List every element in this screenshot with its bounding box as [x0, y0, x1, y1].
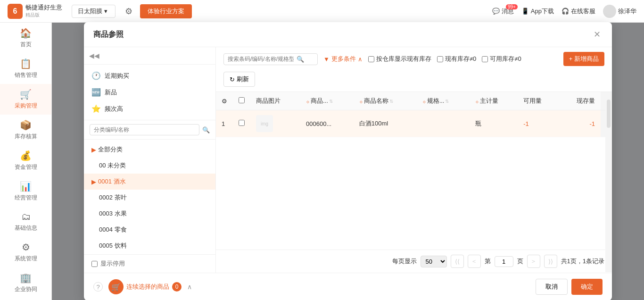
top-header: 6 畅捷通好生意 精品版 日太阳膜 ▾ ⚙ 体验行业方案 💬 消息 99+ 📱 … [0, 0, 644, 23]
more-filter-button[interactable]: ▼ 更多条件 ∧ [323, 55, 363, 63]
select-all-checkbox[interactable] [239, 97, 245, 103]
product-search-box: 🔍 [223, 53, 318, 65]
finance-icon: 💰 [20, 150, 32, 161]
available-ne0-checkbox-label[interactable]: 现有库存≠0 [437, 55, 476, 63]
sidebar-item-operation[interactable]: 📊 经营管理 [0, 176, 51, 207]
refresh-icon: ↻ [230, 76, 235, 83]
category-all[interactable]: ▶ 全部分类 [84, 142, 215, 158]
home-icon: 🏠 [20, 27, 32, 39]
filter-icon: ▼ [323, 56, 330, 63]
category-search-icon[interactable]: 🔍 [202, 126, 210, 133]
enterprise-icon: 🏢 [20, 272, 32, 283]
right-panel: 🔍 ▼ 更多条件 ∧ 按仓库显示现有库存 [216, 47, 612, 273]
warehouse-display-checkbox[interactable] [368, 56, 374, 62]
category-0004[interactable]: 0004 零食 [84, 222, 215, 238]
next-page-button[interactable]: ＞ [527, 255, 540, 268]
messages-btn[interactable]: 💬 消息 99+ [492, 7, 514, 16]
sidebar-item-sales[interactable]: 📋 销售管理 [0, 53, 51, 84]
sidebar-item-guide[interactable]: 🆕 新手引导 [0, 298, 51, 300]
cell-check[interactable] [233, 110, 250, 137]
user-profile[interactable]: 徐泽华 [603, 5, 636, 18]
table-row[interactable]: 1 img 000600... 白酒100ml 瓶 -1 [216, 110, 612, 137]
quick-nav-new[interactable]: 🆕 新品 [84, 84, 215, 100]
sidebar-item-purchase[interactable]: 🛒 采购管理 [0, 84, 51, 115]
vertical-scrollbar[interactable] [605, 98, 612, 250]
sort-name-arrows: ⇅ [389, 99, 393, 104]
collapse-left-panel-button[interactable]: ◀◀ [90, 52, 99, 59]
pagination: 每页显示 50 100 200 ⟨⟨ ＜ 第 页 ＞ ⟩⟩ 共1页，1 [216, 250, 612, 273]
modal-body: ◀◀ 🕐 近期购买 🆕 新品 ⭐ 频次高 [84, 47, 612, 273]
cell-no: 1 [216, 110, 233, 137]
category-0003[interactable]: 0003 水果 [84, 206, 215, 222]
footer-right: 取消 确定 [536, 279, 603, 295]
sidebar-item-home[interactable]: 🏠 首页 [0, 23, 51, 53]
product-thumbnail: img [256, 115, 273, 132]
warehouse-display-checkbox-label[interactable]: 按仓库显示现有库存 [368, 55, 431, 63]
category-search-input[interactable] [90, 124, 199, 135]
refresh-button[interactable]: ↻ 刷新 [223, 72, 255, 87]
experience-btn[interactable]: 体验行业方案 [140, 4, 192, 18]
prev-page-button[interactable]: ＜ [468, 255, 481, 268]
available-ne0-checkbox[interactable] [437, 56, 443, 62]
sort-spec-arrows: ⇅ [445, 99, 449, 104]
product-search-icon[interactable]: 🔍 [297, 56, 304, 63]
category-0001[interactable]: ▶ 0001 酒水 [84, 174, 215, 190]
modal-footer: ? 🛒 连续选择的商品 0 ∧ 取消 确定 [84, 273, 612, 300]
product-search-input[interactable] [228, 56, 294, 62]
footer-collapse-arrow[interactable]: ∧ [187, 283, 192, 291]
cell-code: 000600... [300, 110, 354, 137]
settings-icon[interactable]: ⚙ [121, 4, 136, 19]
quick-nav-frequent[interactable]: ⭐ 频次高 [84, 100, 215, 117]
message-icon: 💬 [492, 8, 500, 15]
sort-code-icon: ⬦ [306, 98, 310, 105]
col-check[interactable] [233, 92, 250, 110]
col-code[interactable]: ⬦ 商品... ⇅ [300, 92, 354, 110]
sidebar-item-enterprise[interactable]: 🏢 企业协同 [0, 267, 51, 298]
product-table-container: ⚙ 商品图片 ⬦ [216, 92, 612, 250]
confirm-button[interactable]: 确定 [571, 279, 603, 295]
recent-icon: 🕐 [91, 71, 101, 80]
sort-unit-icon: ⬦ [475, 98, 479, 105]
phone-icon: 📱 [521, 8, 529, 15]
sidebar-item-finance[interactable]: 💰 资金管理 [0, 145, 51, 176]
cell-stock: -1 [559, 110, 601, 137]
col-settings[interactable]: ⚙ [216, 92, 233, 110]
add-product-button[interactable]: + 新增商品 [563, 52, 604, 66]
expand-all-icon: ▶ [91, 146, 96, 153]
category-0002[interactable]: 0002 茶叶 [84, 190, 215, 206]
first-page-button[interactable]: ⟨⟨ [451, 255, 464, 268]
logo-area: 6 畅捷通好生意 精品版 [8, 4, 62, 19]
page-number-input[interactable] [495, 256, 513, 267]
usable-ne0-checkbox-label[interactable]: 可用库存≠0 [482, 55, 521, 63]
col-name[interactable]: ⬦ 商品名称 ⇅ [354, 92, 417, 110]
cart-icon[interactable]: 🛒 [108, 279, 124, 294]
store-selector[interactable]: 日太阳膜 ▾ [72, 5, 116, 18]
content-area: 商品参照 ✕ ◀◀ 🕐 近期购买 [52, 23, 644, 300]
quick-nav-recent[interactable]: 🕐 近期购买 [84, 67, 215, 84]
help-icon[interactable]: ? [93, 282, 103, 292]
sidebar-item-stock[interactable]: 📦 库存核算 [0, 115, 51, 145]
sidebar-item-base[interactable]: 🗂 基础信息 [0, 207, 51, 237]
product-table: ⚙ 商品图片 ⬦ [216, 92, 612, 137]
cancel-button[interactable]: 取消 [536, 279, 568, 295]
show-disabled-checkbox[interactable] [91, 261, 98, 267]
show-disabled-row: 显示停用 [84, 254, 215, 273]
cell-spec [417, 110, 470, 137]
app-download-btn[interactable]: 📱 App下载 [521, 7, 554, 16]
col-unit[interactable]: ⬦ 主计量 [470, 92, 518, 110]
online-service-btn[interactable]: 🎧 在线客服 [561, 7, 595, 16]
page-size-select[interactable]: 50 100 200 [421, 256, 447, 267]
base-icon: 🗂 [21, 211, 31, 222]
category-00[interactable]: 00 未分类 [84, 158, 215, 174]
table-header-row: ⚙ 商品图片 ⬦ [216, 92, 612, 110]
sidebar-item-system[interactable]: ⚙ 系统管理 [0, 237, 51, 267]
avatar [603, 5, 616, 18]
col-spec[interactable]: ⬦ 规格... ⇅ [417, 92, 470, 110]
product-toolbar: 🔍 ▼ 更多条件 ∧ 按仓库显示现有库存 [216, 47, 612, 92]
row-checkbox[interactable] [239, 120, 245, 126]
last-page-button[interactable]: ⟩⟩ [544, 255, 557, 268]
category-0005[interactable]: 0005 饮料 [84, 238, 215, 254]
modal-close-button[interactable]: ✕ [591, 29, 603, 40]
scrollbar-thumb [607, 100, 611, 128]
usable-ne0-checkbox[interactable] [482, 56, 488, 62]
